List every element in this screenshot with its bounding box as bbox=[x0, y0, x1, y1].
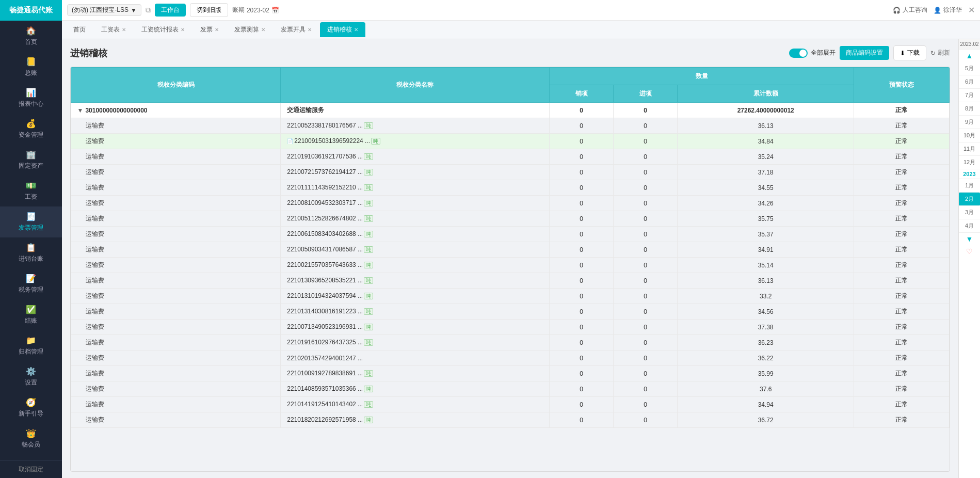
close-button[interactable]: ✕ bbox=[968, 5, 975, 15]
col-header-cumulative: 累计数额 bbox=[678, 85, 854, 103]
tax-icon: 📝 bbox=[26, 274, 36, 283]
table-cell-sales: 0 bbox=[550, 381, 614, 397]
table-cell-sales: 0 bbox=[550, 103, 614, 118]
close-icon[interactable]: ✕ bbox=[215, 27, 219, 33]
sidebar: 畅捷通易代账 🏠 首页 📒 总账 📊 报表中心 💰 资金管理 🏢 固定资产 💵 … bbox=[0, 0, 62, 478]
table-cell-cumulative: 37.18 bbox=[678, 165, 854, 180]
calendar-month-3[interactable]: 3月 bbox=[959, 206, 980, 219]
sidebar-label-settle: 结账 bbox=[25, 316, 37, 325]
favorite-icon[interactable]: ♡ bbox=[959, 245, 980, 258]
table-cell-purchase: 0 bbox=[614, 242, 678, 258]
calendar-month-10[interactable]: 10月 bbox=[959, 129, 980, 142]
sidebar-item-home[interactable]: 🏠 首页 bbox=[0, 21, 62, 52]
sidebar-item-settings[interactable]: ⚙️ 设置 bbox=[0, 361, 62, 392]
main-area: (勿动) 江西报宝-LSS ▼ ⧉ 工作台 切到旧版 账期 2023-02 📅 … bbox=[62, 0, 980, 478]
table-cell-cumulative: 33.2 bbox=[678, 289, 854, 304]
table-cell-item-name: 运输费 bbox=[71, 350, 281, 366]
refresh-button[interactable]: ↻ 刷新 bbox=[930, 49, 950, 57]
tab-invoice-open-label: 发票开具 bbox=[281, 25, 306, 34]
sidebar-item-settle[interactable]: ✅ 结账 bbox=[0, 299, 62, 330]
switch-version-button[interactable]: 切到旧版 bbox=[190, 3, 228, 17]
customer-service[interactable]: 🎧 人工咨询 bbox=[893, 6, 927, 14]
table-cell-item-name: 运输费 bbox=[71, 196, 281, 211]
tab-salary-table[interactable]: 工资表 ✕ bbox=[94, 22, 133, 37]
sidebar-item-ledger[interactable]: 📒 总账 bbox=[0, 52, 62, 83]
tab-home[interactable]: 首页 bbox=[66, 22, 93, 37]
user-menu[interactable]: 👤 徐泽华 bbox=[934, 6, 962, 14]
table-cell-item-name: 运输费 bbox=[71, 227, 281, 242]
tab-salary-report[interactable]: 工资统计报表 ✕ bbox=[134, 22, 192, 37]
download-button[interactable]: ⬇ 下载 bbox=[893, 45, 926, 60]
sidebar-item-ledger2[interactable]: 📋 进销台账 bbox=[0, 237, 62, 268]
table-cell-sales: 0 bbox=[550, 320, 614, 335]
calendar-month-8[interactable]: 8月 bbox=[959, 102, 980, 116]
sidebar-item-salary[interactable]: 💵 工资 bbox=[0, 176, 62, 206]
sidebar-item-guide[interactable]: 🧭 新手引导 bbox=[0, 392, 62, 423]
table-cell-sales: 0 bbox=[550, 366, 614, 381]
sidebar-item-member[interactable]: 👑 畅会员 bbox=[0, 423, 62, 454]
table-cell-purchase: 0 bbox=[614, 165, 678, 180]
col-header-status: 预警状态 bbox=[854, 68, 950, 103]
table-cell-purchase: 0 bbox=[614, 289, 678, 304]
sidebar-item-funds[interactable]: 💰 资金管理 bbox=[0, 114, 62, 145]
table-cell-sales: 0 bbox=[550, 289, 614, 304]
calendar-month-2[interactable]: 2月 bbox=[959, 193, 980, 206]
table-cell-tax-code: 22100511252826674802 ...吨 bbox=[281, 211, 550, 227]
close-icon[interactable]: ✕ bbox=[354, 27, 358, 33]
table-cell-tax-code: 22101419125410143402 ...吨 bbox=[281, 397, 550, 412]
tab-invoice-calc[interactable]: 发票测算 ✕ bbox=[227, 22, 272, 37]
sidebar-item-invoice[interactable]: 🧾 发票管理 bbox=[0, 206, 62, 237]
table-cell-purchase: 0 bbox=[614, 273, 678, 289]
table-cell-cumulative: 36.22 bbox=[678, 350, 854, 366]
table-cell-cumulative: 35.75 bbox=[678, 211, 854, 227]
table-cell-status: 正常 bbox=[854, 289, 950, 304]
expand-toggle[interactable]: 全部展开 bbox=[789, 49, 836, 58]
table-cell-purchase: 0 bbox=[614, 118, 678, 134]
calendar-month-7[interactable]: 7月 bbox=[959, 89, 980, 102]
close-icon[interactable]: ✕ bbox=[261, 27, 265, 33]
calendar-up-arrow[interactable]: ▲ bbox=[959, 50, 980, 62]
table-cell-sales: 0 bbox=[550, 196, 614, 211]
main-table[interactable]: 税收分类编码 税收分类名称 数量 预警状态 销项 进项 累计数额 bbox=[70, 67, 950, 472]
calendar-sidebar: 2023.02 ▲ 5月 6月 7月 8月 9月 10月 11月 12月 202… bbox=[958, 39, 980, 478]
tab-sales-audit[interactable]: 进销稽核 ✕ bbox=[320, 22, 365, 37]
sidebar-item-assets[interactable]: 🏢 固定资产 bbox=[0, 145, 62, 176]
calendar-month-9[interactable]: 9月 bbox=[959, 116, 980, 129]
table-cell-cumulative: 36.72 bbox=[678, 412, 854, 428]
table-cell-item-name: 运输费 bbox=[71, 258, 281, 273]
calendar-month-5[interactable]: 5月 bbox=[959, 62, 980, 75]
calendar-month-1[interactable]: 1月 bbox=[959, 179, 980, 193]
company-selector[interactable]: (勿动) 江西报宝-LSS ▼ bbox=[67, 4, 141, 16]
toggle-switch[interactable] bbox=[789, 49, 808, 58]
table-cell-status: 正常 bbox=[854, 149, 950, 165]
workspace-button[interactable]: 工作台 bbox=[155, 4, 186, 17]
user-avatar-icon: 👤 bbox=[934, 7, 941, 14]
tab-invoice[interactable]: 发票 ✕ bbox=[193, 22, 226, 37]
table-cell-cumulative: 35.37 bbox=[678, 227, 854, 242]
calendar-month-11[interactable]: 11月 bbox=[959, 142, 980, 156]
calendar-icon[interactable]: 📅 bbox=[271, 7, 279, 14]
table-cell-tax-code: 22100721573762194127 ...吨 bbox=[281, 165, 550, 180]
table-cell-status: 正常 bbox=[854, 165, 950, 180]
table-cell-status: 正常 bbox=[854, 304, 950, 320]
close-icon[interactable]: ✕ bbox=[181, 27, 185, 33]
calendar-down-arrow[interactable]: ▼ bbox=[959, 233, 980, 245]
table-cell-item-name: 运输费 bbox=[71, 273, 281, 289]
tab-invoice-open[interactable]: 发票开具 ✕ bbox=[274, 22, 319, 37]
table-cell-sales: 0 bbox=[550, 180, 614, 196]
calendar-month-4[interactable]: 4月 bbox=[959, 219, 980, 233]
close-icon[interactable]: ✕ bbox=[122, 27, 126, 33]
table-cell-item-name: 运输费 bbox=[71, 320, 281, 335]
calendar-month-12[interactable]: 12月 bbox=[959, 156, 980, 169]
table-cell-item-name: 运输费 bbox=[71, 149, 281, 165]
calendar-month-6[interactable]: 6月 bbox=[959, 75, 980, 89]
table-cell-purchase: 0 bbox=[614, 320, 678, 335]
sidebar-item-tax[interactable]: 📝 税务管理 bbox=[0, 268, 62, 299]
settings-button[interactable]: 商品编码设置 bbox=[840, 46, 889, 60]
tab-home-label: 首页 bbox=[73, 25, 86, 34]
sidebar-item-archive[interactable]: 📁 归档管理 bbox=[0, 330, 62, 361]
sidebar-item-report[interactable]: 📊 报表中心 bbox=[0, 83, 62, 114]
close-icon[interactable]: ✕ bbox=[308, 27, 312, 33]
unpin-button[interactable]: 取消固定 bbox=[0, 460, 62, 478]
period-info: 账期 2023-02 📅 bbox=[232, 6, 279, 14]
